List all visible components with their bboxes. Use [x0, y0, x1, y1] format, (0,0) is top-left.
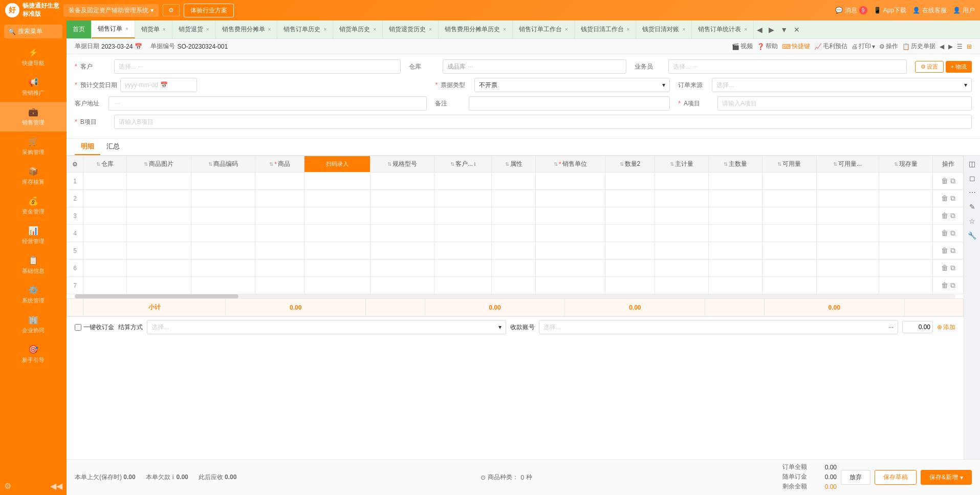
invoice-select[interactable]: 不开票 ▾: [474, 78, 670, 92]
address-input[interactable]: ···: [108, 96, 427, 111]
cell-available[interactable]: [763, 277, 816, 294]
cell-product-code[interactable]: [191, 225, 255, 242]
cell-product-code[interactable]: [191, 207, 255, 225]
view-video-btn[interactable]: 🎬 视频: [732, 42, 753, 51]
cell-product[interactable]: [255, 225, 304, 242]
cell-available2[interactable]: [816, 277, 879, 294]
delivery-calendar-icon[interactable]: 📅: [160, 81, 168, 89]
cell-main-qty[interactable]: [708, 173, 762, 190]
gear-icon-btn[interactable]: ⚙: [163, 4, 180, 16]
tab-order-history[interactable]: 销售订单历史 ×: [277, 20, 333, 38]
cell-main-unit[interactable]: [655, 190, 708, 207]
cell-stock[interactable]: [879, 277, 932, 294]
cell-available2[interactable]: [816, 225, 879, 242]
cell-product-image[interactable]: [127, 190, 191, 207]
cell-available[interactable]: [763, 207, 816, 225]
cell-main-unit[interactable]: [655, 277, 708, 294]
tab-cash-account[interactable]: 钱货日清对账 ×: [636, 20, 692, 38]
tab-detail[interactable]: 明细: [75, 139, 100, 155]
cell-stock[interactable]: [879, 173, 932, 190]
industry-btn[interactable]: 体验行业方案: [184, 4, 234, 17]
cell-qty2[interactable]: [605, 242, 655, 260]
tab-close-cash-account[interactable]: ×: [682, 27, 685, 32]
cell-product[interactable]: [255, 260, 304, 277]
row-copy-btn[interactable]: ⧉: [950, 281, 955, 290]
cell-warehouse[interactable]: [83, 242, 127, 260]
cell-main-qty[interactable]: [708, 190, 762, 207]
cell-product[interactable]: [255, 277, 304, 294]
operate-btn[interactable]: ⚙ 操作: [879, 42, 898, 51]
cell-spec[interactable]: [371, 242, 434, 260]
sidebar-settings-btn[interactable]: ⚙: [4, 481, 11, 491]
row-copy-btn[interactable]: ⧉: [950, 246, 955, 255]
cell-warehouse[interactable]: [83, 190, 127, 207]
calendar-icon[interactable]: 📅: [135, 43, 142, 50]
cell-customer-code[interactable]: [434, 225, 492, 242]
cell-main-unit[interactable]: [655, 225, 708, 242]
cell-product-image[interactable]: [127, 242, 191, 260]
warehouse-input[interactable]: 成品库 ···: [443, 59, 626, 74]
row-delete-btn[interactable]: 🗑: [941, 211, 948, 220]
table-container[interactable]: ⚙ ⇅仓库 ⇅商品图片 ⇅商品编码: [67, 156, 964, 459]
panel-icon-3[interactable]: ⋯: [966, 186, 978, 199]
sidebar-item-marketing[interactable]: 📢 营销推广: [0, 72, 67, 102]
tab-close-sales-return[interactable]: ×: [163, 27, 166, 32]
tab-close-sales-order[interactable]: ×: [125, 26, 128, 32]
row-delete-btn[interactable]: 🗑: [941, 264, 948, 272]
cell-available2[interactable]: [816, 190, 879, 207]
scrollbar-area[interactable]: [75, 294, 955, 298]
search-menu-btn[interactable]: 🔍 搜索菜单: [4, 25, 62, 38]
cell-attributes[interactable]: [492, 207, 535, 225]
cell-main-qty[interactable]: [708, 242, 762, 260]
sidebar-item-operations[interactable]: 📊 经营管理: [0, 221, 67, 250]
cell-attributes[interactable]: [492, 260, 535, 277]
nav-prev-btn[interactable]: ◀: [940, 43, 944, 50]
cell-product[interactable]: [255, 190, 304, 207]
online-service-btn[interactable]: 👤 在线客服: [912, 6, 947, 15]
tab-close-order-history[interactable]: ×: [323, 27, 326, 32]
tab-next-btn[interactable]: ▶: [766, 20, 777, 38]
tab-close-order-workbench[interactable]: ×: [565, 27, 568, 32]
cell-main-unit[interactable]: [655, 242, 708, 260]
sidebar-item-system[interactable]: ⚙️ 系统管理: [0, 280, 67, 310]
row-copy-btn[interactable]: ⧉: [950, 194, 955, 203]
order-source-select[interactable]: 选择... ▾: [712, 78, 972, 92]
cell-main-qty[interactable]: [708, 225, 762, 242]
tab-stats[interactable]: 销售订单统计表 ×: [692, 20, 754, 38]
tab-close-expense-split[interactable]: ×: [268, 27, 271, 32]
settings-col-icon[interactable]: ⚙: [72, 161, 78, 168]
cell-warehouse[interactable]: [83, 207, 127, 225]
add-logistics-btn[interactable]: + 物流: [946, 61, 972, 73]
grid-view-btn[interactable]: ⊞: [967, 43, 972, 50]
one-click-checkbox-input[interactable]: [75, 324, 81, 331]
cell-product-image[interactable]: [127, 277, 191, 294]
tab-close-stats[interactable]: ×: [744, 27, 747, 32]
discard-btn[interactable]: 放弃: [841, 470, 870, 485]
cell-sales-unit[interactable]: [535, 277, 605, 294]
cell-customer-code[interactable]: [434, 242, 492, 260]
cell-warehouse[interactable]: [83, 225, 127, 242]
row-delete-btn[interactable]: 🗑: [941, 281, 948, 290]
a-project-input[interactable]: 请输入A项目: [717, 96, 972, 111]
cell-qty2[interactable]: [605, 225, 655, 242]
cell-qty2[interactable]: [605, 207, 655, 225]
sidebar-item-inventory[interactable]: 📦 库存核算: [0, 161, 67, 191]
row-delete-btn[interactable]: 🗑: [941, 229, 948, 238]
notes-input[interactable]: [469, 96, 670, 111]
cell-available[interactable]: [763, 173, 816, 190]
salesperson-input[interactable]: 选择... ···: [668, 59, 906, 74]
panel-icon-6[interactable]: 🔧: [966, 229, 978, 242]
system-title[interactable]: 装备及固定资产辅助管理系统 ▾: [63, 4, 159, 17]
user-avatar[interactable]: 👤 用户: [953, 6, 975, 15]
cell-product-image[interactable]: [127, 260, 191, 277]
profit-btn[interactable]: 📈 毛利预估: [814, 42, 847, 51]
sidebar-item-finance[interactable]: 💰 资金管理: [0, 191, 67, 221]
sidebar-item-sales[interactable]: 💼 销售管理: [0, 102, 67, 132]
tab-order-workbench[interactable]: 销售订单工作台 ×: [513, 20, 575, 38]
tab-sales-order[interactable]: 销售订单 ×: [92, 20, 135, 38]
cell-stock[interactable]: [879, 190, 932, 207]
cell-customer-code[interactable]: [434, 207, 492, 225]
cell-sales-unit[interactable]: [535, 207, 605, 225]
payment-method-select[interactable]: 选择... ▾: [147, 320, 506, 334]
cell-main-unit[interactable]: [655, 173, 708, 190]
